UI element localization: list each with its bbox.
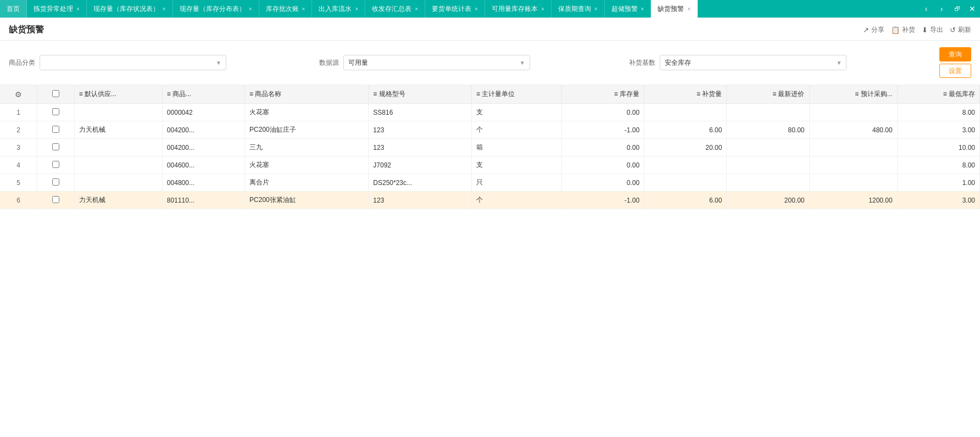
nav-next-btn[interactable]: › <box>934 0 949 18</box>
cell-purchase <box>809 174 897 192</box>
th-stock-label: ≡ 库存量 <box>614 90 639 98</box>
cell-code: 0000042 <box>162 104 244 121</box>
row-checkbox[interactable] <box>52 143 59 150</box>
nav-stock-status[interactable]: 现存量（库存状况表） × <box>87 0 173 18</box>
cell-spec: 123 <box>369 192 472 209</box>
nav-expiry-close[interactable]: × <box>594 6 598 12</box>
nav-picking[interactable]: 拣货异常处理 × <box>27 0 87 18</box>
cell-replenish: 20.00 <box>644 139 727 156</box>
cell-index: 6 <box>0 192 37 209</box>
datasource-select[interactable]: 可用量 ▼ <box>343 55 530 70</box>
nav-available-close[interactable]: × <box>541 6 544 12</box>
top-navigation: 首页 拣货异常处理 × 现存量（库存状况表） × 现存量（库存分布表） × 库存… <box>0 0 980 18</box>
category-select[interactable]: ▼ <box>40 55 226 70</box>
cell-index: 2 <box>0 121 37 139</box>
nav-available[interactable]: 可用量库存账本 × <box>485 0 552 18</box>
table-row[interactable]: 1 0000042 火花塞 SS816 支 0.00 8.00 <box>0 104 980 121</box>
cell-supplier: 力天机械 <box>74 121 162 139</box>
row-checkbox[interactable] <box>52 196 59 203</box>
cell-checkbox[interactable] <box>37 192 75 209</box>
th-settings[interactable]: ⚙ <box>0 85 37 104</box>
query-button[interactable]: 查询 <box>939 47 971 61</box>
table-row[interactable]: 5 004800... 离合片 DS250*23c... 只 0.00 1.00 <box>0 174 980 192</box>
nav-stock-dist-label: 现存量（库存分布表） <box>180 4 246 14</box>
cell-purchase: 480.00 <box>809 121 897 139</box>
row-checkbox[interactable] <box>52 126 59 133</box>
th-supplier: ≡ 默认供应... <box>74 85 162 104</box>
nav-picking-close[interactable]: × <box>76 6 80 12</box>
nav-shortage[interactable]: 缺货预警 × <box>651 0 698 18</box>
nav-flow-label: 出入库流水 <box>319 4 352 14</box>
refresh-button[interactable]: ↺ 刷新 <box>950 25 971 35</box>
cell-checkbox[interactable] <box>37 174 75 192</box>
nav-close-btn[interactable]: ✕ <box>965 0 980 18</box>
nav-stock-dist-close[interactable]: × <box>249 6 252 12</box>
nav-flow[interactable]: 出入库流水 × <box>312 0 365 18</box>
table-body: 1 0000042 火花塞 SS816 支 0.00 8.00 2 力天机械 0… <box>0 104 980 209</box>
cell-unit: 支 <box>472 104 562 121</box>
table-row[interactable]: 6 力天机械 801110... PC200张紧油缸 123 个 -1.00 6… <box>0 192 980 209</box>
table-row[interactable]: 3 004200... 三九 123 箱 0.00 20.00 10.00 <box>0 139 980 156</box>
cell-checkbox[interactable] <box>37 121 75 139</box>
row-checkbox[interactable] <box>52 178 59 186</box>
nav-prev-btn[interactable]: ‹ <box>918 0 934 18</box>
th-minstock-label: ≡ 最低库存 <box>943 90 975 98</box>
category-arrow-icon: ▼ <box>216 60 221 66</box>
nav-overstock-close[interactable]: × <box>641 6 644 12</box>
nav-summary-close[interactable]: × <box>415 6 418 12</box>
nav-restore-btn[interactable]: 🗗 <box>949 0 965 18</box>
cell-name: PC200油缸庄子 <box>245 121 369 139</box>
settings-button[interactable]: 设置 <box>939 64 971 78</box>
th-checkbox[interactable] <box>37 85 75 104</box>
export-button[interactable]: ⬇ 导出 <box>922 25 943 35</box>
nav-home[interactable]: 首页 <box>0 0 27 18</box>
nav-expiry[interactable]: 保质期查询 × <box>552 0 605 18</box>
nav-available-label: 可用量库存账本 <box>492 4 538 14</box>
table-row[interactable]: 4 004600... 火花塞 J7092 支 0.00 8.00 <box>0 156 980 174</box>
cell-index: 3 <box>0 139 37 156</box>
cell-checkbox[interactable] <box>37 139 75 156</box>
category-filter-group: 商品分类 ▼ <box>9 55 310 70</box>
th-name-label: ≡ 商品名称 <box>249 90 281 98</box>
cell-stock: -1.00 <box>561 121 644 139</box>
select-all-checkbox[interactable] <box>52 90 59 97</box>
cell-supplier: 力天机械 <box>74 192 162 209</box>
nav-order-stat-close[interactable]: × <box>475 6 478 12</box>
nav-order-stat[interactable]: 要货单统计表 × <box>425 0 485 18</box>
cell-stock: 0.00 <box>561 104 644 121</box>
cell-price <box>727 156 809 174</box>
cell-checkbox[interactable] <box>37 104 75 121</box>
row-checkbox[interactable] <box>52 108 59 115</box>
cell-checkbox[interactable] <box>37 156 75 174</box>
row-checkbox[interactable] <box>52 161 59 168</box>
table-row[interactable]: 2 力天机械 004200... PC200油缸庄子 123 个 -1.00 6… <box>0 121 980 139</box>
th-purchase: ≡ 预计采购... <box>809 85 897 104</box>
cell-name: 火花塞 <box>245 104 369 121</box>
nav-stock-dist[interactable]: 现存量（库存分布表） × <box>173 0 259 18</box>
nav-home-label: 首页 <box>7 4 20 14</box>
nav-stock-status-close[interactable]: × <box>163 6 166 12</box>
nav-shortage-close[interactable]: × <box>687 6 691 12</box>
nav-picking-label: 拣货异常处理 <box>34 4 73 14</box>
share-button[interactable]: ↗ 分享 <box>863 25 884 35</box>
export-icon: ⬇ <box>922 26 928 34</box>
cell-name: 火花塞 <box>245 156 369 174</box>
replenish-button[interactable]: 📋 补货 <box>891 25 915 35</box>
nav-flow-close[interactable]: × <box>355 6 358 12</box>
nav-summary[interactable]: 收发存汇总表 × <box>365 0 425 18</box>
nav-batch-close[interactable]: × <box>302 6 305 12</box>
cell-index: 1 <box>0 104 37 121</box>
replenish-base-select[interactable]: 安全库存 ▼ <box>660 55 847 70</box>
gear-icon[interactable]: ⚙ <box>15 90 22 99</box>
cell-spec: 123 <box>369 139 472 156</box>
share-label: 分享 <box>871 25 884 35</box>
cell-price: 80.00 <box>727 121 809 139</box>
nav-batch[interactable]: 库存批次账 × <box>259 0 313 18</box>
filter-row: 商品分类 ▼ 数据源 可用量 ▼ 补货基数 安全库存 ▼ 查询 设置 <box>0 41 980 85</box>
th-replenish: ≡ 补货量 <box>644 85 727 104</box>
nav-overstock[interactable]: 超储预警 × <box>605 0 652 18</box>
cell-code: 801110... <box>162 192 244 209</box>
cell-minstock: 3.00 <box>897 192 979 209</box>
table-container: ⚙ ≡ 默认供应... ≡ 商品... ≡ 商品名称 ≡ <box>0 85 980 209</box>
replenish-icon: 📋 <box>891 26 900 34</box>
